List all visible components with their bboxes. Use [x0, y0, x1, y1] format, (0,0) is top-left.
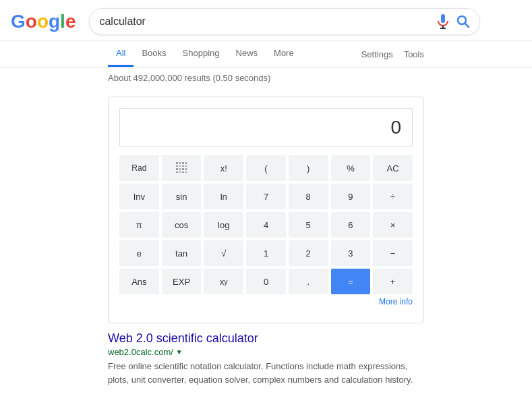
nav-tabs: All Books Shopping News More Settings To…: [0, 41, 532, 68]
result-url: web2.0calc.com/ ▼: [108, 347, 424, 357]
calc-btn-3[interactable]: 3: [331, 240, 371, 266]
calc-btn-sqrt[interactable]: √: [204, 240, 243, 266]
calc-btn-rad[interactable]: Rad: [119, 155, 159, 181]
more-info-link[interactable]: More info: [119, 294, 413, 312]
logo-g2: g: [49, 11, 60, 32]
calc-btn-ac[interactable]: AC: [373, 155, 413, 181]
google-logo: Google: [11, 11, 76, 32]
calc-btn-multiply[interactable]: ×: [373, 212, 413, 238]
calc-btn-add[interactable]: +: [373, 269, 413, 294]
calc-btn-log[interactable]: log: [204, 212, 243, 238]
tab-shopping[interactable]: Shopping: [175, 41, 228, 67]
calc-btn-lparen[interactable]: (: [246, 155, 286, 181]
calc-btn-ans[interactable]: Ans: [119, 269, 159, 294]
header: Google: [0, 0, 532, 41]
result-dropdown-arrow[interactable]: ▼: [176, 348, 183, 356]
calc-btn-rparen[interactable]: ): [289, 155, 328, 181]
calc-btn-6[interactable]: 6: [331, 212, 371, 238]
calc-btn-factorial[interactable]: x!: [204, 155, 243, 181]
calc-btn-ln[interactable]: ln: [204, 184, 243, 209]
calculator-buttons: Rad x! ( ) % AC Inv sin ln 7 8 9 ÷ π cos…: [119, 155, 413, 294]
logo-o1: o: [26, 11, 37, 32]
svg-line-4: [465, 24, 469, 28]
calculator-widget: 0 Rad x! ( ) % AC Inv sin ln 7 8 9 ÷ π c…: [108, 97, 424, 323]
calc-btn-1[interactable]: 1: [246, 240, 286, 266]
logo-g: G: [11, 11, 26, 32]
tools-link[interactable]: Tools: [404, 43, 424, 66]
logo-e: e: [65, 11, 76, 32]
search-icon[interactable]: [456, 15, 470, 28]
nav-right: Settings Tools: [361, 43, 424, 66]
tab-news[interactable]: News: [228, 41, 266, 67]
calc-btn-0[interactable]: 0: [246, 269, 286, 294]
calc-btn-grid[interactable]: [162, 155, 202, 181]
calc-btn-pi[interactable]: π: [119, 212, 159, 238]
calc-btn-5[interactable]: 5: [289, 212, 328, 238]
calc-btn-decimal[interactable]: .: [289, 269, 328, 294]
search-icons: [438, 14, 470, 29]
calc-btn-divide[interactable]: ÷: [373, 184, 413, 209]
calc-btn-cos[interactable]: cos: [162, 212, 202, 238]
calc-btn-7[interactable]: 7: [246, 184, 286, 209]
calc-btn-9[interactable]: 9: [331, 184, 371, 209]
calc-btn-4[interactable]: 4: [246, 212, 286, 238]
calc-btn-exp[interactable]: EXP: [162, 269, 202, 294]
calc-btn-8[interactable]: 8: [289, 184, 328, 209]
calc-btn-percent[interactable]: %: [331, 155, 371, 181]
search-input[interactable]: [99, 16, 432, 28]
microphone-icon[interactable]: [438, 14, 448, 29]
calc-btn-power[interactable]: xy: [204, 269, 243, 294]
logo-l: l: [60, 11, 65, 32]
svg-rect-0: [441, 14, 445, 23]
tab-all[interactable]: All: [108, 41, 134, 67]
result-snippet: Free online scientific notation calculat…: [108, 360, 424, 386]
calc-btn-sin[interactable]: sin: [162, 184, 202, 209]
calculator-display: 0: [119, 108, 413, 147]
calc-btn-equals[interactable]: =: [331, 269, 371, 294]
result-url-text: web2.0calc.com/: [108, 347, 173, 357]
settings-link[interactable]: Settings: [361, 43, 393, 66]
search-result: Web 2.0 scientific calculator web2.0calc…: [108, 331, 424, 386]
display-value: 0: [390, 117, 401, 138]
search-bar: [89, 8, 480, 35]
calc-btn-inv[interactable]: Inv: [119, 184, 159, 209]
logo-o2: o: [37, 11, 49, 32]
calc-btn-subtract[interactable]: −: [373, 240, 413, 266]
tab-books[interactable]: Books: [134, 41, 174, 67]
calc-btn-2[interactable]: 2: [289, 240, 328, 266]
calc-btn-e[interactable]: e: [119, 240, 159, 266]
results-info: About 492,000,000 results (0.50 seconds): [0, 68, 532, 88]
result-title[interactable]: Web 2.0 scientific calculator: [108, 331, 258, 345]
calc-btn-tan[interactable]: tan: [162, 240, 202, 266]
tab-more[interactable]: More: [266, 41, 302, 67]
